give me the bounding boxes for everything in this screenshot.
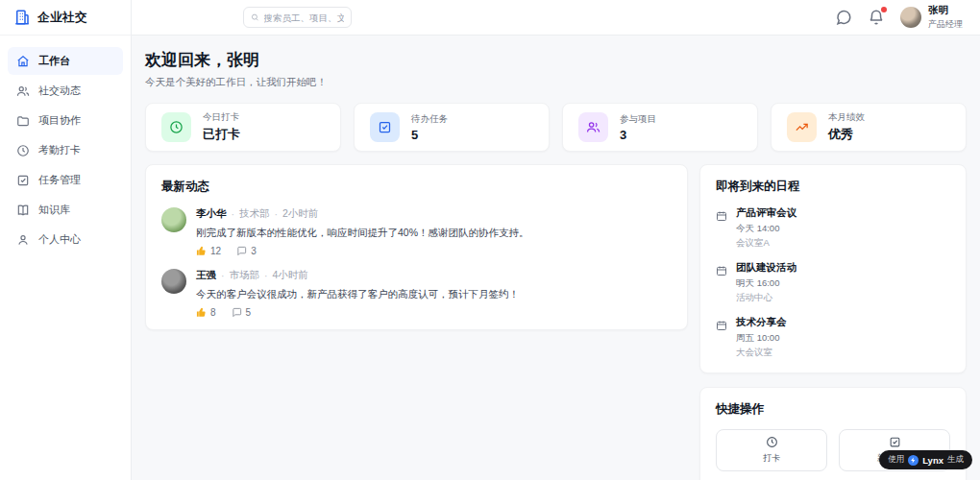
messages-button[interactable] — [835, 9, 852, 26]
badge-prefix: 使用 — [888, 454, 904, 466]
stat-card-performance[interactable]: 本月绩效 优秀 — [771, 103, 967, 152]
event-time: 周五 10:00 — [736, 332, 787, 345]
stat-value: 5 — [411, 128, 448, 142]
like-count: 12 — [210, 246, 221, 256]
user-name: 张明 — [928, 4, 963, 17]
stat-value: 已打卡 — [203, 126, 240, 143]
stat-label: 参与项目 — [620, 113, 656, 126]
separator — [264, 270, 268, 281]
building-icon — [13, 9, 31, 26]
schedule-event[interactable]: 技术分享会 周五 10:00 大会议室 — [716, 316, 950, 359]
app-root: 企业社交 工作台 社交动态 项目协作 考勤打卡 任务管理 — [0, 0, 980, 480]
sidebar-item-profile[interactable]: 个人中心 — [8, 226, 123, 253]
schedule-event[interactable]: 产品评审会议 今天 14:00 会议室A — [716, 206, 950, 250]
like-button[interactable]: 8 — [196, 307, 216, 318]
event-location: 大会议室 — [736, 347, 787, 359]
sidebar-item-workbench[interactable]: 工作台 — [8, 47, 123, 75]
feed-post: 王强 市场部 4小时前 今天的客户会议很成功，新产品获得了客户的高度认可，预计下… — [161, 269, 672, 318]
columns: 最新动态 李小华 技术部 2小时前 刚完成了新版本的性能优化，响应时间提 — [145, 164, 967, 480]
post-author[interactable]: 李小华 — [196, 207, 227, 221]
stats-row: 今日打卡 已打卡 待办任务 5 参与项目 3 — [145, 103, 967, 152]
clock-icon — [16, 144, 30, 157]
comment-button[interactable]: 5 — [232, 307, 252, 318]
sidebar-item-label: 社交动态 — [38, 84, 81, 98]
sidebar-item-tasks[interactable]: 任务管理 — [8, 166, 123, 194]
event-time: 今天 14:00 — [736, 223, 796, 235]
chat-bubble-icon — [835, 9, 852, 26]
sidebar-item-label: 项目协作 — [38, 113, 81, 128]
sidebar: 企业社交 工作台 社交动态 项目协作 考勤打卡 任务管理 — [0, 0, 132, 480]
action-label: 打卡 — [763, 452, 780, 465]
sidebar-item-label: 工作台 — [38, 54, 70, 68]
page-subtitle: 今天是个美好的工作日，让我们开始吧！ — [145, 76, 967, 89]
post-department: 技术部 — [239, 207, 270, 221]
check-square-icon — [370, 112, 400, 142]
comment-count: 5 — [246, 307, 252, 318]
comment-count: 3 — [251, 246, 257, 256]
lynx-logo-icon — [908, 455, 919, 466]
sidebar-item-social[interactable]: 社交动态 — [8, 77, 123, 105]
comment-icon — [232, 307, 242, 318]
stat-label: 待办任务 — [411, 113, 448, 126]
stat-label: 本月绩效 — [828, 111, 865, 124]
thumbs-up-icon — [196, 307, 207, 318]
trending-up-icon — [787, 112, 817, 142]
like-button[interactable]: 12 — [196, 246, 221, 256]
event-time: 明天 16:00 — [736, 277, 796, 290]
topbar: 张明 产品经理 — [132, 0, 980, 36]
post-time: 4小时前 — [273, 269, 308, 282]
topbar-actions: 张明 产品经理 — [835, 4, 980, 31]
people-icon — [578, 112, 608, 142]
main: 欢迎回来，张明 今天是个美好的工作日，让我们开始吧！ 今日打卡 已打卡 待办任务… — [132, 36, 980, 480]
event-location: 会议室A — [736, 237, 796, 250]
lynx-badge[interactable]: 使用 Lynx 生成 — [879, 450, 972, 469]
content-region: 张明 产品经理 欢迎回来，张明 今天是个美好的工作日，让我们开始吧！ 今日打卡 … — [132, 0, 980, 480]
avatar — [161, 207, 186, 232]
avatar — [900, 7, 921, 28]
sidebar-item-knowledge[interactable]: 知识库 — [8, 196, 123, 224]
schedule-event[interactable]: 团队建设活动 明天 16:00 活动中心 — [716, 261, 950, 304]
stat-card-projects[interactable]: 参与项目 3 — [562, 103, 758, 152]
post-department: 市场部 — [230, 269, 260, 282]
calendar-icon — [716, 208, 727, 220]
stat-value: 优秀 — [828, 126, 865, 143]
post-time: 2小时前 — [282, 207, 318, 221]
stat-card-todo[interactable]: 待办任务 5 — [354, 103, 550, 152]
sidebar-item-label: 知识库 — [38, 203, 70, 217]
task-icon — [16, 174, 30, 187]
side-column: 即将到来的日程 产品评审会议 今天 14:00 会议室A — [699, 164, 967, 480]
event-name: 技术分享会 — [736, 316, 787, 329]
schedule-title: 即将到来的日程 — [716, 179, 950, 195]
separator — [221, 270, 225, 281]
user-role: 产品经理 — [928, 18, 963, 31]
sidebar-nav: 工作台 社交动态 项目协作 考勤打卡 任务管理 知识库 — [0, 36, 131, 265]
calendar-icon — [716, 263, 727, 275]
like-count: 8 — [210, 307, 216, 318]
app-logo[interactable]: 企业社交 — [0, 0, 131, 36]
sidebar-item-attendance[interactable]: 考勤打卡 — [8, 136, 123, 164]
stat-card-checkin[interactable]: 今日打卡 已打卡 — [145, 103, 341, 152]
post-author[interactable]: 王强 — [196, 269, 216, 282]
stat-value: 3 — [620, 128, 656, 142]
user-menu[interactable]: 张明 产品经理 — [900, 4, 963, 31]
badge-suffix: 生成 — [947, 454, 964, 466]
comment-button[interactable]: 3 — [236, 246, 257, 256]
avatar — [161, 269, 186, 294]
user-icon — [16, 233, 30, 247]
quick-actions-title: 快捷操作 — [716, 401, 950, 418]
sidebar-item-label: 任务管理 — [38, 173, 81, 187]
feed-card: 最新动态 李小华 技术部 2小时前 刚完成了新版本的性能优化，响应时间提 — [145, 164, 688, 330]
checkin-button[interactable]: 打卡 — [716, 429, 827, 471]
sidebar-item-projects[interactable]: 项目协作 — [8, 107, 123, 134]
clock-icon — [161, 112, 191, 142]
calendar-icon — [716, 318, 727, 329]
badge-brand: Lynx — [922, 455, 943, 466]
search-box — [243, 7, 352, 28]
feed-post: 李小华 技术部 2小时前 刚完成了新版本的性能优化，响应时间提升了40%！感谢团… — [161, 207, 672, 256]
thumbs-up-icon — [196, 246, 207, 256]
page-title: 欢迎回来，张明 — [145, 49, 967, 71]
schedule-card: 即将到来的日程 产品评审会议 今天 14:00 会议室A — [699, 164, 967, 373]
app-title: 企业社交 — [37, 10, 87, 26]
notifications-button[interactable] — [868, 9, 885, 26]
search-input[interactable] — [264, 12, 344, 23]
